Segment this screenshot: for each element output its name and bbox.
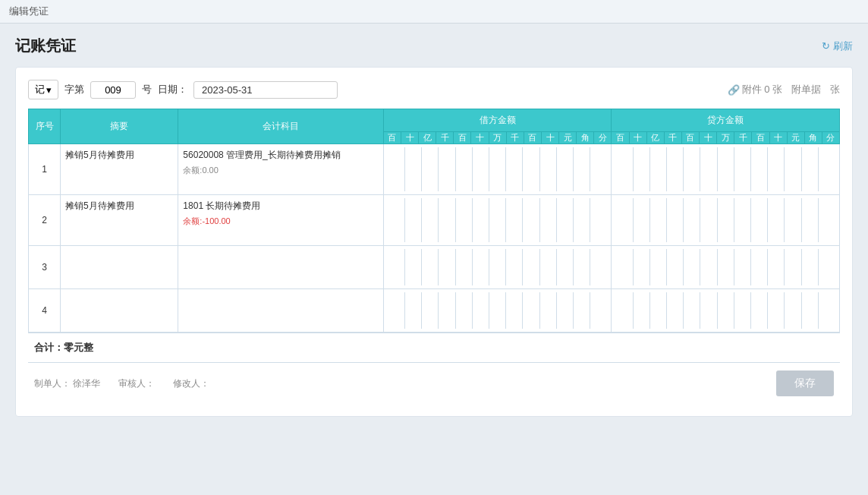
modifier-field: 修改人： — [173, 377, 209, 390]
table-row: 2 摊销5月待摊费用 1801 长期待摊费用 余额:-100.00 — [29, 195, 840, 246]
creator-field: 制单人： 徐泽华 — [34, 377, 100, 390]
row-2-account-name: 1801 长期待摊费用 — [183, 200, 379, 213]
th-debit-chars: 百十亿千百十万千百十元角分 — [383, 132, 612, 144]
date-input[interactable] — [193, 81, 338, 99]
row-4-credit[interactable] — [612, 289, 840, 333]
row-4-summary[interactable] — [61, 289, 178, 333]
hao-label: 号 — [142, 83, 152, 96]
row-4-debit[interactable] — [383, 289, 612, 333]
row-2-account[interactable]: 1801 长期待摊费用 余额:-100.00 — [178, 195, 384, 246]
row-2-summary[interactable]: 摊销5月待摊费用 — [61, 195, 178, 246]
page-title: 记账凭证 — [15, 36, 76, 56]
th-account: 会计科目 — [178, 109, 384, 144]
row-3-account[interactable] — [178, 246, 384, 289]
attachment-single[interactable]: 附单据 — [791, 83, 821, 96]
meta-fields: 制单人： 徐泽华 审核人： 修改人： — [34, 377, 209, 390]
window-title: 编辑凭证 — [9, 5, 49, 17]
table-header-row-1: 序号 摘要 会计科目 借方金额 贷方金额 — [29, 109, 840, 132]
refresh-icon: ↻ — [822, 40, 830, 52]
voucher-table: 序号 摘要 会计科目 借方金额 贷方金额 百十亿千百十万千百十元角分 — [28, 109, 840, 333]
debit-char-header: 百十亿千百十万千百十元角分 — [384, 132, 612, 143]
table-row: 3 — [29, 246, 840, 289]
voucher-type-button[interactable]: 记 ▾ — [28, 80, 58, 99]
voucher-toolbar: 记 ▾ 字第 号 日期： 🔗 附件 0 张 附单据 张 — [28, 80, 840, 99]
th-seq: 序号 — [29, 109, 61, 144]
zi-label: 字第 — [64, 83, 84, 96]
refresh-label: 刷新 — [833, 39, 853, 53]
reviewer-label: 审核人： — [118, 378, 155, 389]
voucher-footer: 合计：零元整 — [28, 333, 840, 362]
th-credit-chars: 百十亿千百十万千百十元角分 — [612, 132, 840, 144]
th-debit: 借方金额 — [383, 109, 612, 132]
row-1-debit[interactable] — [383, 144, 612, 195]
voucher-bottom: 制单人： 徐泽华 审核人： 修改人： 保存 — [28, 362, 840, 404]
voucher-table-wrapper: 序号 摘要 会计科目 借方金额 贷方金额 百十亿千百十万千百十元角分 — [28, 109, 840, 333]
save-button[interactable]: 保存 — [776, 370, 834, 396]
modifier-label: 修改人： — [173, 378, 209, 389]
voucher-type-label: 记 — [35, 83, 45, 96]
row-3-seq: 3 — [29, 246, 61, 289]
voucher-card: 记 ▾ 字第 号 日期： 🔗 附件 0 张 附单据 张 — [15, 67, 853, 417]
attachment-label: 附件 0 张 — [742, 83, 782, 96]
row-2-seq: 2 — [29, 195, 61, 246]
creator-label: 制单人： — [34, 378, 71, 389]
row-3-credit[interactable] — [612, 246, 840, 289]
window-titlebar: 编辑凭证 — [0, 0, 868, 24]
refresh-button[interactable]: ↻ 刷新 — [822, 39, 853, 53]
attachment-count-unit: 张 — [830, 83, 840, 96]
row-3-summary[interactable] — [61, 246, 178, 289]
row-1-balance: 余额:0.00 — [183, 165, 379, 176]
dropdown-icon: ▾ — [46, 84, 52, 96]
page-container: 记账凭证 ↻ 刷新 记 ▾ 字第 号 日期： 🔗 附件 0 张 附单据 — [0, 24, 868, 495]
row-4-account[interactable] — [178, 289, 384, 333]
th-credit: 贷方金额 — [612, 109, 840, 132]
table-row: 1 摊销5月待摊费用 56020008 管理费用_长期待摊费用摊销 余额:0.0… — [29, 144, 840, 195]
total-label: 合计：零元整 — [34, 341, 93, 355]
row-1-credit[interactable] — [612, 144, 840, 195]
row-2-credit[interactable] — [612, 195, 840, 246]
row-4-seq: 4 — [29, 289, 61, 333]
row-1-account[interactable]: 56020008 管理费用_长期待摊费用摊销 余额:0.00 — [178, 144, 384, 195]
creator-name: 徐泽华 — [73, 378, 100, 389]
attachment-link[interactable]: 🔗 附件 0 张 — [728, 83, 782, 96]
paperclip-icon: 🔗 — [728, 84, 740, 96]
date-label: 日期： — [158, 83, 187, 96]
row-1-seq: 1 — [29, 144, 61, 195]
page-header: 记账凭证 ↻ 刷新 — [15, 36, 853, 56]
table-row: 4 — [29, 289, 840, 333]
row-3-debit[interactable] — [383, 246, 612, 289]
row-2-balance: 余额:-100.00 — [183, 216, 379, 227]
attachment-area: 🔗 附件 0 张 附单据 张 — [728, 83, 840, 96]
th-summary: 摘要 — [61, 109, 178, 144]
reviewer-field: 审核人： — [118, 377, 155, 390]
row-1-account-name: 56020008 管理费用_长期待摊费用摊销 — [183, 149, 379, 162]
credit-char-header: 百十亿千百十万千百十元角分 — [612, 132, 839, 143]
row-1-summary[interactable]: 摊销5月待摊费用 — [61, 144, 178, 195]
row-2-debit[interactable] — [383, 195, 612, 246]
voucher-number-input[interactable] — [90, 81, 136, 99]
